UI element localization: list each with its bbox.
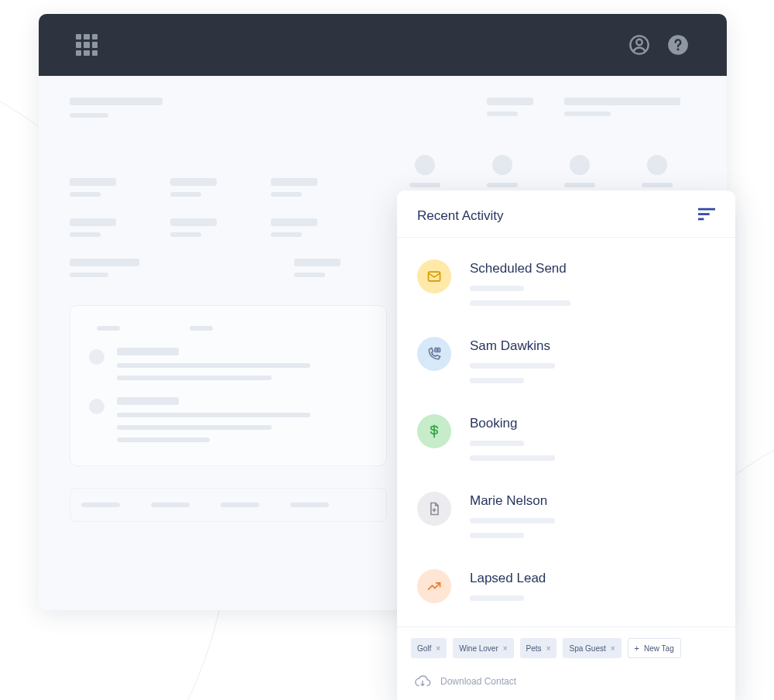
tag-label: Golf xyxy=(417,644,431,653)
plus-icon: + xyxy=(635,643,639,653)
activity-title: Lapsed Lead xyxy=(470,571,715,586)
activity-title: Sam Dawkins xyxy=(470,338,715,354)
tag-label: Pets xyxy=(526,644,542,653)
remove-tag-icon[interactable]: × xyxy=(546,644,551,653)
help-icon[interactable] xyxy=(666,33,690,57)
document-add-icon xyxy=(417,492,451,526)
download-contact-button[interactable]: Download Contact xyxy=(397,666,735,700)
cloud-download-icon xyxy=(414,674,431,689)
svg-point-3 xyxy=(676,48,679,50)
account-icon[interactable] xyxy=(628,33,651,57)
activity-item[interactable]: Scheduled Send xyxy=(417,244,715,321)
new-tag-button[interactable]: + New Tag xyxy=(628,638,681,658)
activity-title: Scheduled Send xyxy=(470,261,715,276)
tagbox-skeleton xyxy=(70,488,387,522)
new-tag-label: New Tag xyxy=(644,644,674,653)
panel-title: Recent Activity xyxy=(417,208,504,224)
trend-up-icon xyxy=(417,569,451,603)
activity-list: Scheduled Send Sam Dawkins Booking xyxy=(397,238,735,626)
tag-chip[interactable]: Wine Lover × xyxy=(453,638,513,658)
tag-chip[interactable]: Pets × xyxy=(520,638,557,658)
remove-tag-icon[interactable]: × xyxy=(436,644,440,653)
activity-item[interactable]: Sam Dawkins xyxy=(417,321,715,399)
tag-label: Spa Guest xyxy=(569,644,605,653)
svg-rect-6 xyxy=(698,218,704,221)
activity-title: Booking xyxy=(470,416,715,431)
svg-rect-4 xyxy=(698,208,715,211)
tag-chip[interactable]: Spa Guest × xyxy=(563,638,621,658)
activity-title: Marie Nelson xyxy=(470,493,715,509)
apps-grid-icon[interactable] xyxy=(76,34,98,56)
remove-tag-icon[interactable]: × xyxy=(611,644,615,653)
phone-log-icon xyxy=(417,337,451,371)
dollar-icon xyxy=(417,414,451,448)
activity-item[interactable]: Lapsed Lead xyxy=(417,554,715,619)
activity-item[interactable]: Marie Nelson xyxy=(417,476,715,554)
mail-icon xyxy=(417,259,451,293)
feed-card-skeleton xyxy=(70,305,387,466)
svg-point-1 xyxy=(636,39,642,45)
remove-tag-icon[interactable]: × xyxy=(503,644,508,653)
filter-icon[interactable] xyxy=(698,208,715,225)
activity-item[interactable]: Booking xyxy=(417,399,715,476)
tag-row: Golf × Wine Lover × Pets × Spa Guest × +… xyxy=(397,626,735,666)
app-header xyxy=(39,14,727,76)
tag-chip[interactable]: Golf × xyxy=(411,638,447,658)
recent-activity-panel: Recent Activity Scheduled Send Sam Dawki… xyxy=(397,190,735,700)
tag-label: Wine Lover xyxy=(459,644,498,653)
svg-rect-5 xyxy=(698,213,710,215)
download-label: Download Contact xyxy=(440,676,516,687)
